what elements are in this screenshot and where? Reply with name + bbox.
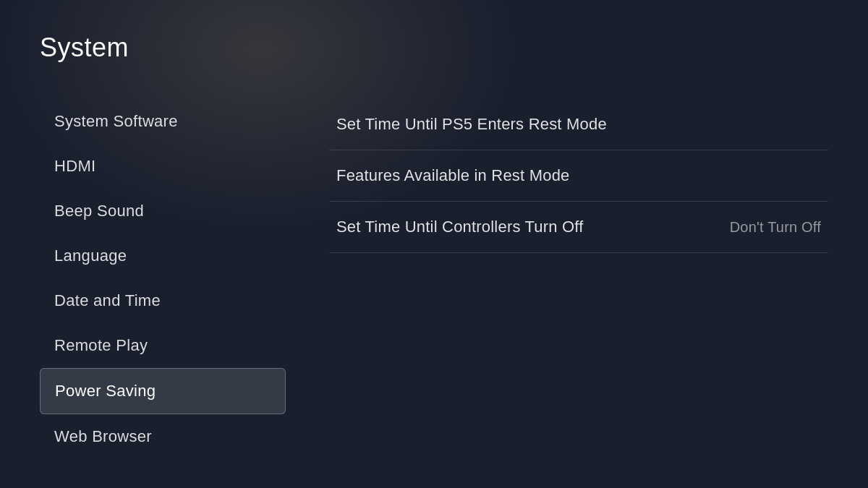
menu-item-label-rest-mode-time: Set Time Until PS5 Enters Rest Mode	[336, 115, 607, 134]
menu-item-label-controllers-turn-off: Set Time Until Controllers Turn Off	[336, 218, 584, 236]
menu-item-rest-mode-time[interactable]: Set Time Until PS5 Enters Rest Mode	[329, 99, 828, 150]
sidebar-item-power-saving[interactable]: Power Saving	[40, 368, 286, 414]
sidebar-item-remote-play[interactable]: Remote Play	[40, 323, 286, 368]
sidebar-item-system-software[interactable]: System Software	[40, 99, 286, 144]
sidebar-item-date-and-time[interactable]: Date and Time	[40, 278, 286, 323]
menu-item-value-controllers-turn-off: Don't Turn Off	[730, 219, 821, 236]
right-panel: Set Time Until PS5 Enters Rest ModeFeatu…	[286, 99, 828, 466]
menu-item-controllers-turn-off[interactable]: Set Time Until Controllers Turn OffDon't…	[329, 202, 828, 253]
sidebar-item-web-browser[interactable]: Web Browser	[40, 414, 286, 459]
menu-item-label-rest-mode-features: Features Available in Rest Mode	[336, 166, 570, 185]
sidebar: System SoftwareHDMIBeep SoundLanguageDat…	[40, 99, 286, 466]
sidebar-item-beep-sound[interactable]: Beep Sound	[40, 189, 286, 234]
content-area: System SoftwareHDMIBeep SoundLanguageDat…	[40, 99, 828, 466]
menu-item-rest-mode-features[interactable]: Features Available in Rest Mode	[329, 150, 828, 202]
page-title: System	[40, 33, 828, 63]
sidebar-item-hdmi[interactable]: HDMI	[40, 144, 286, 189]
sidebar-item-language[interactable]: Language	[40, 234, 286, 278]
page-container: System System SoftwareHDMIBeep SoundLang…	[0, 0, 868, 488]
